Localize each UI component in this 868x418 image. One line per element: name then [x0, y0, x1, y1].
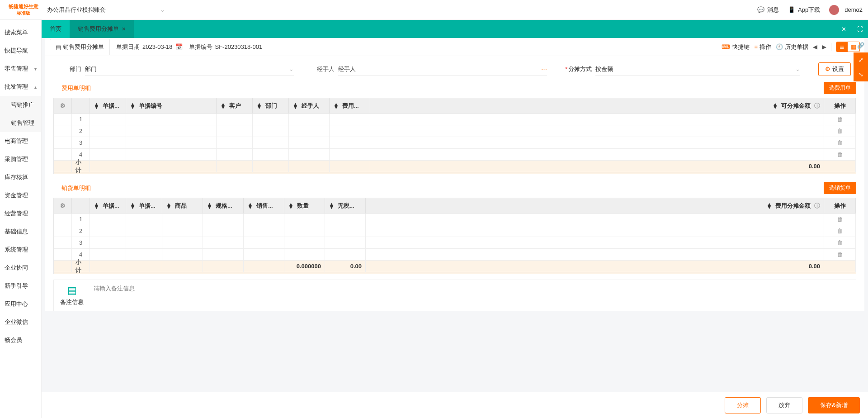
col-header[interactable]: ▲▼单据...	[90, 98, 126, 114]
sidebar-item[interactable]: 企业微信	[0, 313, 41, 331]
col-header[interactable]: ▲▼数量	[284, 198, 325, 214]
col-header[interactable]: ▲▼费用...	[330, 98, 370, 114]
discard-button[interactable]: 放弃	[766, 397, 802, 413]
avatar	[829, 5, 839, 15]
tab-home[interactable]: 首页	[42, 20, 70, 38]
ops-button[interactable]: ≡操作	[754, 43, 771, 51]
sidebar-item[interactable]: 新手引导	[0, 277, 41, 295]
chevron-down-icon: ⌄	[289, 66, 294, 72]
sidebar-item[interactable]: 资金管理	[0, 186, 41, 204]
sidebar-item[interactable]: 库存核算	[0, 168, 41, 186]
delete-icon[interactable]: 🗑	[824, 214, 856, 225]
table-row[interactable]: 3🗑	[54, 137, 856, 149]
prev-button[interactable]: ◀	[813, 43, 817, 50]
business-select[interactable]: 办公用品行业模拟账套 ⌄	[47, 6, 165, 14]
user-menu[interactable]: demo2	[829, 5, 863, 15]
col-header[interactable]: ▲▼规格...	[203, 198, 244, 214]
delete-icon[interactable]: 🗑	[824, 249, 856, 261]
col-header[interactable]: ▲▼费用分摊金额 ⓘ	[366, 198, 824, 214]
sidebar-item[interactable]: 快捷导航	[0, 42, 41, 60]
rail-expand[interactable]: ⤢	[854, 52, 868, 67]
more-icon: ⋯	[541, 66, 547, 72]
table-row[interactable]: 4🗑	[54, 249, 856, 261]
brand-logo: 畅捷通好生意 标准版	[5, 3, 42, 16]
delete-icon[interactable]: 🗑	[824, 137, 856, 149]
gear-icon[interactable]: ⚙	[54, 198, 72, 214]
sales-grid: ⚙▲▼单据...▲▼单据...▲▼商品▲▼规格...▲▼销售...▲▼数量▲▼无…	[53, 198, 856, 274]
messages-link[interactable]: 💬 消息	[757, 6, 779, 14]
table-row[interactable]: 2🗑	[54, 225, 856, 237]
shortcut-button[interactable]: ⌨快捷键	[722, 43, 750, 51]
delete-icon[interactable]: 🗑	[824, 114, 856, 125]
sidebar-item[interactable]: 系统管理	[0, 241, 41, 259]
delete-icon[interactable]: 🗑	[824, 225, 856, 237]
app-download-link[interactable]: 📱 App下载	[788, 6, 820, 14]
sidebar-item[interactable]: 营销推广	[0, 96, 41, 114]
remarks-input[interactable]	[94, 285, 851, 303]
form-row: 部门 部门⌄ 经手人 经手人⋯ *分摊方式 按金额⌄ ⚙ 设置	[45, 56, 864, 81]
document-title-tab: ▤ 销售费用分摊单	[50, 39, 110, 55]
field-method[interactable]: *分摊方式 按金额⌄	[565, 63, 800, 76]
sidebar-item[interactable]: 搜索菜单	[0, 24, 41, 42]
col-header[interactable]: ▲▼客户	[217, 98, 253, 114]
doc-date[interactable]: 单据日期 2023-03-18 📅	[116, 43, 183, 51]
next-button[interactable]: ▶	[822, 43, 826, 50]
col-header: 操作	[824, 198, 856, 214]
col-header[interactable]: ▲▼经手人	[289, 98, 330, 114]
col-header[interactable]: ▲▼可分摊金额 ⓘ	[370, 98, 824, 114]
sidebar-item[interactable]: 应用中心	[0, 295, 41, 313]
rail-expand-2[interactable]: ⤡	[854, 67, 868, 81]
delete-icon[interactable]: 🗑	[824, 125, 856, 137]
table-row[interactable]: 1🗑	[54, 214, 856, 225]
save-new-button[interactable]: 保存&新增	[808, 397, 860, 413]
delete-icon[interactable]: 🗑	[824, 237, 856, 249]
sidebar-item[interactable]: 畅会员	[0, 331, 41, 349]
sidebar-item[interactable]: 采购管理	[0, 150, 41, 168]
settings-button[interactable]: ⚙ 设置	[818, 62, 851, 76]
tab-close-all[interactable]: ✕	[835, 26, 852, 33]
menu-icon: ≡	[754, 43, 758, 50]
table-row[interactable]: 4🗑	[54, 149, 856, 161]
close-icon[interactable]: ✕	[122, 26, 126, 32]
col-header[interactable]: ▲▼无税...	[325, 198, 366, 214]
sidebar-item[interactable]: 基础信息	[0, 223, 41, 241]
sidebar-item[interactable]: 企业协同	[0, 259, 41, 277]
col-header[interactable]: ▲▼部门	[253, 98, 289, 114]
subtotal-row: 小计0.0000000.000.00	[54, 261, 856, 274]
sidebar-item[interactable]: 销售管理	[0, 114, 41, 132]
col-header[interactable]: ▲▼商品	[162, 198, 203, 214]
col-header[interactable]: ▲▼单据编号	[126, 98, 217, 114]
col-header[interactable]: ▲▼单据...	[126, 198, 162, 214]
table-row[interactable]: 1🗑	[54, 114, 856, 125]
col-header[interactable]: ▲▼销售...	[244, 198, 284, 214]
select-sales-button[interactable]: 选销货单	[824, 182, 856, 194]
gear-icon[interactable]: ⚙	[54, 98, 72, 114]
field-handler[interactable]: 经手人 经手人⋯	[312, 63, 547, 76]
col-header[interactable]: ▲▼单据...	[90, 198, 126, 214]
delete-icon[interactable]: 🗑	[824, 149, 856, 161]
section-title-sales: 销货单明细	[53, 180, 99, 195]
field-dept[interactable]: 部门 部门⌄	[59, 63, 294, 76]
sidebar: 搜索菜单快捷导航零售管理▾批发管理▴营销推广销售管理电商管理采购管理库存核算资金…	[0, 20, 42, 418]
rail-attach[interactable]: 🔗	[854, 38, 868, 52]
tab-active[interactable]: 销售费用分摊单 ✕	[70, 20, 134, 38]
phone-icon: 📱	[788, 6, 795, 13]
sidebar-item[interactable]: 电商管理	[0, 132, 41, 150]
table-row[interactable]: 3🗑	[54, 237, 856, 249]
document-icon: ▤	[56, 44, 61, 51]
select-expense-button[interactable]: 选费用单	[824, 82, 856, 94]
chevron-down-icon: ⌄	[795, 66, 800, 72]
note-icon: ▤	[67, 285, 77, 296]
doc-code: 单据编号 SF-20230318-001	[189, 43, 263, 51]
allocate-button[interactable]: 分摊	[725, 397, 761, 413]
tab-bar: 首页 销售费用分摊单 ✕ ✕ ⛶	[42, 20, 868, 38]
view-list[interactable]: ≣	[836, 42, 848, 52]
sidebar-item[interactable]: 批发管理▴	[0, 78, 41, 96]
sidebar-item[interactable]: 经营管理	[0, 204, 41, 223]
chevron-down-icon: ⌄	[160, 6, 165, 13]
tab-fullscreen[interactable]: ⛶	[852, 26, 868, 33]
table-row[interactable]: 2🗑	[54, 125, 856, 137]
section-title-expense: 费用单明细	[53, 81, 99, 95]
history-button[interactable]: 🕘历史单据	[776, 43, 808, 51]
sidebar-item[interactable]: 零售管理▾	[0, 60, 41, 78]
